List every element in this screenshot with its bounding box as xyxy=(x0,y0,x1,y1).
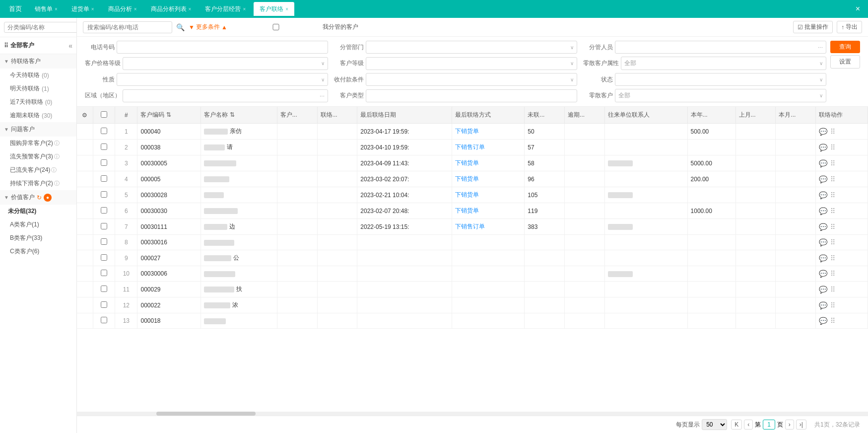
horizontal-scrollbar[interactable] xyxy=(77,412,868,416)
row-checkbox[interactable] xyxy=(101,301,107,308)
row-checkbox[interactable] xyxy=(101,223,107,229)
action-grid-icon[interactable]: ⠿ xyxy=(830,144,835,151)
status-select[interactable]: ∨ xyxy=(615,73,826,86)
row-checkbox[interactable] xyxy=(101,144,107,150)
cell-checkbox[interactable] xyxy=(93,297,115,313)
sidebar-item-today[interactable]: 今天待联络(0) xyxy=(0,69,76,82)
close-customer-contact-tab[interactable]: × xyxy=(285,6,288,12)
th-code[interactable]: 客户编码 ⇅ xyxy=(137,107,201,124)
th-customer-col[interactable]: 客户... xyxy=(277,107,317,124)
retail-customer-select[interactable]: 全部 ∨ xyxy=(615,89,826,102)
payment-select[interactable]: ∨ xyxy=(366,73,577,86)
cell-checkbox[interactable] xyxy=(93,282,115,297)
my-customers-checkbox[interactable] xyxy=(231,24,321,30)
action-message-icon[interactable]: 💬 xyxy=(819,144,827,151)
cell-checkbox[interactable] xyxy=(93,124,115,140)
query-button[interactable]: 查询 xyxy=(830,41,860,53)
th-contact-col[interactable]: 联络... xyxy=(317,107,357,124)
last-method-link[interactable]: 下销货单 xyxy=(455,191,479,198)
row-checkbox[interactable] xyxy=(101,270,107,276)
action-message-icon[interactable]: 💬 xyxy=(819,223,827,231)
close-app-btn[interactable]: × xyxy=(852,4,864,13)
action-grid-icon[interactable]: ⠿ xyxy=(830,207,835,215)
home-tab[interactable]: 首页 xyxy=(4,2,27,16)
sidebar-item-overdue[interactable]: 逾期未联络(30) xyxy=(0,109,76,122)
prev-page-btn[interactable]: ‹ xyxy=(744,420,753,430)
th-last-month[interactable]: 上月... xyxy=(735,107,776,124)
region-select[interactable]: ··· xyxy=(123,89,328,102)
action-grid-icon[interactable]: ⠿ xyxy=(830,223,835,231)
nature-select[interactable]: ∨ xyxy=(117,73,328,86)
export-btn[interactable]: ↑ 导出 xyxy=(837,21,862,33)
sidebar-item-7days[interactable]: 近7天待联络(0) xyxy=(0,95,76,109)
sidebar-item-abnormal[interactable]: 囤购异常客户(2) ⓘ xyxy=(0,137,76,150)
last-method-link[interactable]: 下销货单 xyxy=(455,159,479,166)
action-message-icon[interactable]: 💬 xyxy=(819,286,827,293)
my-customers-filter[interactable]: 我分管的客户 xyxy=(231,23,358,31)
th-last-method[interactable]: 最后联络方式 xyxy=(452,107,525,124)
th-settings[interactable]: ⚙ xyxy=(77,107,93,124)
sidebar-item-ungroup[interactable]: 未分组(32) xyxy=(0,205,76,218)
last-method-link[interactable]: 下销售订单 xyxy=(455,223,485,230)
sidebar-item-tomorrow[interactable]: 明天待联络(1) xyxy=(0,82,76,95)
action-grid-icon[interactable]: ⠿ xyxy=(830,270,835,278)
action-grid-icon[interactable]: ⠿ xyxy=(830,317,835,325)
action-message-icon[interactable]: 💬 xyxy=(819,207,827,215)
action-message-icon[interactable]: 💬 xyxy=(819,254,827,262)
tab-goods-analysis[interactable]: 商品分析 × xyxy=(102,2,143,16)
retail-attr-select[interactable]: 全部 ∨ xyxy=(621,57,826,70)
tab-customer-contact[interactable]: 客户联络 × xyxy=(254,2,294,16)
action-grid-icon[interactable]: ⠿ xyxy=(830,254,835,262)
batch-op-btn[interactable]: ☑ 批量操作 xyxy=(793,21,833,33)
row-checkbox[interactable] xyxy=(101,175,107,182)
cell-checkbox[interactable] xyxy=(93,266,115,282)
row-checkbox[interactable] xyxy=(101,128,107,134)
cell-checkbox[interactable] xyxy=(93,219,115,235)
per-page-select[interactable]: 50 100 200 xyxy=(702,419,727,430)
row-checkbox[interactable] xyxy=(101,191,107,198)
last-method-link[interactable]: 下销货单 xyxy=(455,128,479,135)
row-checkbox[interactable] xyxy=(101,254,107,261)
row-checkbox[interactable] xyxy=(101,317,107,323)
th-name[interactable]: 客户名称 ⇅ xyxy=(201,107,277,124)
first-page-btn[interactable]: K xyxy=(731,420,742,430)
search-input[interactable] xyxy=(83,21,172,33)
th-this-month[interactable]: 本月... xyxy=(776,107,816,124)
th-not-contacted[interactable]: 未联... xyxy=(525,107,565,124)
cell-checkbox[interactable] xyxy=(93,250,115,266)
dept-select[interactable]: ∨ xyxy=(366,41,577,54)
action-grid-icon[interactable]: ⠿ xyxy=(830,128,835,136)
category-search-input[interactable] xyxy=(4,22,77,33)
manager-select[interactable]: ··· xyxy=(615,41,826,54)
last-page-btn[interactable]: ›| xyxy=(796,420,806,430)
action-message-icon[interactable]: 💬 xyxy=(819,159,827,167)
action-grid-icon[interactable]: ⠿ xyxy=(830,175,835,183)
section-problem-customers[interactable]: ▼ 问题客户 xyxy=(0,122,76,137)
last-method-link[interactable]: 下销售订单 xyxy=(455,144,485,150)
tab-customer-tier[interactable]: 客户分层经营 × xyxy=(199,2,252,16)
tab-goods-analysis-list[interactable]: 商品分析列表 × xyxy=(145,2,198,16)
close-purchase-tab[interactable]: × xyxy=(91,6,94,12)
th-last-date[interactable]: 最后联络日期 xyxy=(357,107,452,124)
cell-checkbox[interactable] xyxy=(93,155,115,171)
tab-purchase[interactable]: 进货单 × xyxy=(66,2,100,16)
th-checkbox[interactable] xyxy=(93,107,115,124)
tab-sales[interactable]: 销售单 × xyxy=(29,2,64,16)
action-grid-icon[interactable]: ⠿ xyxy=(830,286,835,293)
select-all-checkbox[interactable] xyxy=(101,111,107,118)
search-btn[interactable]: 🔍 xyxy=(176,23,185,31)
action-grid-icon[interactable]: ⠿ xyxy=(830,301,835,309)
action-message-icon[interactable]: 💬 xyxy=(819,191,827,199)
action-message-icon[interactable]: 💬 xyxy=(819,270,827,278)
action-message-icon[interactable]: 💬 xyxy=(819,301,827,309)
action-grid-icon[interactable]: ⠿ xyxy=(830,191,835,199)
action-message-icon[interactable]: 💬 xyxy=(819,128,827,136)
row-checkbox[interactable] xyxy=(101,207,107,214)
close-sales-tab[interactable]: × xyxy=(55,6,58,12)
action-grid-icon[interactable]: ⠿ xyxy=(830,159,835,167)
th-overdue[interactable]: 逾期... xyxy=(565,107,605,124)
next-page-btn[interactable]: › xyxy=(785,420,794,430)
more-conditions-btn[interactable]: ▼ 更多条件 ▲ xyxy=(189,23,227,31)
close-goods-analysis-tab[interactable]: × xyxy=(134,6,137,12)
sidebar-item-churn-warn[interactable]: 流失预警客户(3) ⓘ xyxy=(0,150,76,163)
